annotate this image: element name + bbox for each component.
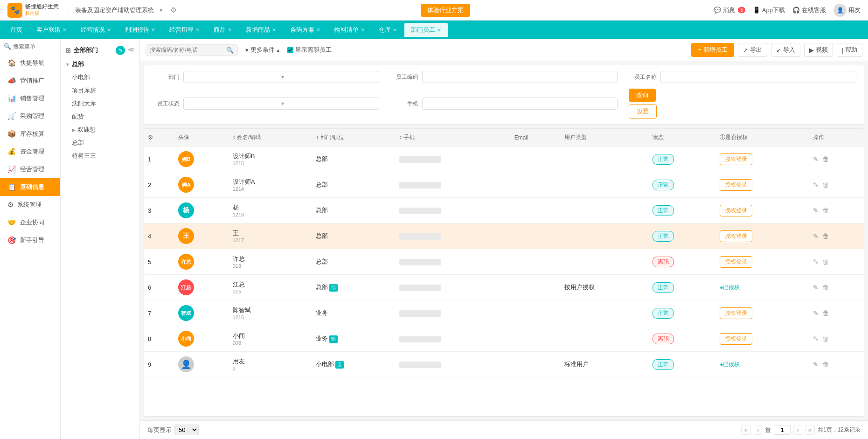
search-button[interactable]: 查询 <box>629 89 656 102</box>
dropdown-arrow[interactable]: ▾ <box>160 7 163 14</box>
phone-input[interactable] <box>422 98 618 110</box>
col-name[interactable]: ↕ 姓名/编码 <box>229 129 312 146</box>
delete-icon[interactable]: 🗑 <box>822 284 829 291</box>
delete-icon[interactable]: 🗑 <box>822 258 829 265</box>
per-page-select[interactable]: 50 20 100 <box>174 425 199 435</box>
authorize-button[interactable]: 授权登录 <box>720 333 752 345</box>
close-icon[interactable]: ✕ <box>316 27 320 33</box>
authorize-button[interactable]: 授权登录 <box>720 230 752 242</box>
delete-icon[interactable]: 🗑 <box>822 309 829 317</box>
sidebar-item-purchase[interactable]: 🛒采购管理 <box>0 107 60 125</box>
search-input[interactable] <box>150 47 224 53</box>
close-icon[interactable]: ✕ <box>107 27 111 33</box>
edit-icon[interactable]: ✎ <box>813 335 819 342</box>
tree-node-shenyang[interactable]: 沈阳大库 <box>61 97 139 110</box>
settings-icon[interactable]: ⚙ <box>170 6 177 14</box>
set-button[interactable]: 设置 <box>629 105 657 118</box>
delete-icon[interactable]: 🗑 <box>822 155 829 163</box>
experience-button[interactable]: 体验行业方案 <box>421 4 470 17</box>
close-icon[interactable]: ✕ <box>437 27 441 33</box>
edit-icon[interactable]: ✎ <box>813 181 819 188</box>
name-input[interactable] <box>660 71 856 83</box>
edit-icon[interactable]: ✎ <box>813 207 819 214</box>
authorize-button[interactable]: 授权登录 <box>720 205 752 216</box>
tree-node-xiangmu[interactable]: 项目库房 <box>61 84 139 97</box>
row-auth[interactable]: 授权登录 <box>716 146 809 172</box>
tab-profit[interactable]: 利润报告✕ <box>118 23 162 37</box>
close-icon[interactable]: ✕ <box>393 27 397 33</box>
row-auth[interactable]: 授权登录 <box>716 249 809 275</box>
sidebar-item-marketing[interactable]: 📣营销推广 <box>0 72 60 90</box>
edit-icon[interactable]: ✎ <box>813 284 819 291</box>
edit-icon[interactable]: ✎ <box>813 155 819 163</box>
help-button[interactable]: | 帮助 <box>837 43 862 57</box>
tab-new-goods[interactable]: 新增商品✕ <box>239 23 283 37</box>
tree-node-shuanglu[interactable]: ▶ 双鹿想 <box>61 123 139 136</box>
row-auth[interactable]: 授权登录 <box>716 198 809 223</box>
tab-barcode[interactable]: 条码方案✕ <box>284 23 327 37</box>
show-resigned-checkbox[interactable] <box>287 47 293 53</box>
prev-page-button[interactable]: ‹ <box>754 425 762 435</box>
authorize-button[interactable]: 授权登录 <box>720 153 752 165</box>
sidebar-item-sales[interactable]: 📊销售管理 <box>0 90 60 107</box>
close-icon[interactable]: ✕ <box>361 27 365 33</box>
app-download-button[interactable]: 📱 App下载 <box>753 6 785 14</box>
tab-department[interactable]: 部门员工✕ <box>404 23 448 37</box>
sidebar-item-system[interactable]: ⚙系统管理 <box>0 196 60 214</box>
tree-node-zhishu[interactable]: 植树王三 <box>61 149 139 162</box>
add-employee-button[interactable]: + 新增员工 <box>691 43 734 57</box>
service-button[interactable]: 🎧 在线客服 <box>792 6 826 14</box>
last-page-button[interactable]: » <box>805 425 815 435</box>
row-auth[interactable]: 授权登录 <box>716 223 809 249</box>
delete-icon[interactable]: 🗑 <box>822 181 829 188</box>
tree-node-peihuo[interactable]: 配货 <box>61 110 139 123</box>
close-icon[interactable]: ✕ <box>195 27 200 33</box>
tree-node-zongbu2[interactable]: 总部 <box>61 136 139 149</box>
close-icon[interactable]: ✕ <box>151 27 155 33</box>
import-button[interactable]: ↙ 导入 <box>771 43 800 57</box>
view-button[interactable]: ▶ 视频 <box>804 43 833 57</box>
edit-icon[interactable]: ✎ <box>813 309 819 317</box>
sidebar-item-guide[interactable]: 🎯新手引导 <box>0 231 60 249</box>
row-auth[interactable]: 授权登录 <box>716 172 809 198</box>
more-filter-button[interactable]: ▾ 更多条件 ▴ <box>242 44 284 56</box>
first-page-button[interactable]: « <box>741 425 751 435</box>
tab-warehouse[interactable]: 仓库✕ <box>372 23 403 37</box>
export-button[interactable]: ↗ 导出 <box>738 43 767 57</box>
tab-home[interactable]: 首页 <box>4 23 29 37</box>
sidebar-item-quicknav[interactable]: 🏠快捷导航 <box>0 54 60 72</box>
authorize-button[interactable]: 授权登录 <box>720 256 752 268</box>
sidebar-item-finance[interactable]: 💰资金管理 <box>0 143 60 160</box>
col-settings[interactable]: ⚙ <box>144 129 174 146</box>
delete-icon[interactable]: 🗑 <box>822 335 829 342</box>
authorize-button[interactable]: 授权登录 <box>720 307 752 319</box>
next-page-button[interactable]: › <box>793 425 802 435</box>
sidebar-item-operation[interactable]: 📈经营管理 <box>0 160 60 178</box>
page-input[interactable] <box>774 425 791 435</box>
tab-history[interactable]: 经营历程✕ <box>163 23 206 37</box>
status-select[interactable]: ▾ <box>183 98 379 110</box>
edit-icon[interactable]: ✎ <box>813 232 819 240</box>
user-menu[interactable]: 👤 用友 <box>833 4 861 17</box>
tab-goods[interactable]: 商品✕ <box>207 23 238 37</box>
sidebar-item-collab[interactable]: 🤝企业协同 <box>0 214 60 231</box>
tree-edit-icon[interactable]: ✎ <box>116 46 125 55</box>
delete-icon[interactable]: 🗑 <box>822 232 829 240</box>
row-auth[interactable]: 授权登录 <box>716 326 809 352</box>
edit-icon[interactable]: ✎ <box>813 361 819 368</box>
sidebar-item-basic[interactable]: 📋基础信息 <box>0 178 60 196</box>
message-button[interactable]: 💬 消息 5 <box>714 6 745 14</box>
tree-node-xiaodianbu[interactable]: 小电部 <box>61 71 139 84</box>
show-resigned-label[interactable]: 显示离职员工 <box>287 46 332 54</box>
code-input[interactable] <box>422 71 618 83</box>
col-dept[interactable]: ↕ 部门/职位 <box>312 129 396 146</box>
edit-icon[interactable]: ✎ <box>813 258 819 265</box>
authorize-button[interactable]: 授权登录 <box>720 179 752 191</box>
close-icon[interactable]: ✕ <box>272 27 276 33</box>
close-icon[interactable]: ✕ <box>62 27 67 33</box>
tree-node-zongbu[interactable]: ▼ 总部 <box>61 58 139 71</box>
tab-business[interactable]: 经营情况✕ <box>74 23 118 37</box>
col-phone[interactable]: ↕ 手机 <box>396 129 511 146</box>
tab-material[interactable]: 物料清单✕ <box>328 23 371 37</box>
close-icon[interactable]: ✕ <box>228 27 232 33</box>
